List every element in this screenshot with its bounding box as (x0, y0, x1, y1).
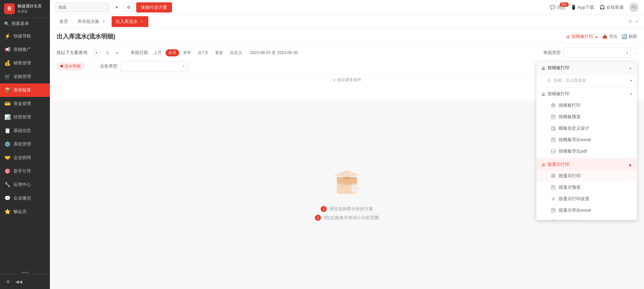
sidebar-item-sales[interactable]: 💰 销售管理 (0, 56, 50, 70)
date-tab-more[interactable]: 更多 (212, 49, 226, 56)
customer-service-button[interactable]: 🎧 在线客服 (599, 4, 624, 10)
service-label: 在线客服 (606, 4, 624, 10)
step-1-number: 1 (321, 206, 327, 212)
refresh-button[interactable]: 🔄 刷新 (622, 33, 637, 40)
filter-date-section: 单据日期 上月 本月 本年 近7天 更多 自定义 2023-06-01 至 20… (130, 49, 298, 56)
svg-text:PDF: PDF (552, 151, 556, 153)
display-print-label: 按显示打印 (559, 173, 581, 179)
filter-collapse-icon[interactable]: ≪ (115, 50, 120, 55)
display-print-action[interactable]: 按显示打印 (536, 170, 637, 182)
divider-1 (536, 87, 637, 87)
template-preview-action[interactable]: 按模板预览 (536, 111, 637, 123)
print-dropdown-panel: 🖨 按模板打印 ▲ ☰ 当前：出入库流水 ▾ 🖨 按模板打印 (536, 61, 637, 220)
messages-button[interactable]: 💬 消息 99+ (550, 4, 565, 10)
sidebar-item-wechat[interactable]: 💬 企业微信 (0, 191, 50, 205)
svg-rect-4 (342, 184, 352, 185)
date-tab-7days[interactable]: 近7天 (195, 49, 211, 56)
tab-flow-close[interactable]: × (140, 19, 144, 24)
page-title: 出入库流水(流水明细) (57, 32, 115, 41)
template-pdf-action[interactable]: PDF 按模板导出pdf (536, 146, 637, 157)
guide-icon: 🎯 (4, 168, 11, 175)
display-excel-action[interactable]: 按显示导出excel (536, 205, 637, 216)
header-dropdown-button[interactable]: ▾ (112, 3, 121, 12)
template-print-section[interactable]: 🖨 按模板打印 ▾ (536, 88, 637, 100)
app-download-button[interactable]: 📱 App下载 (571, 4, 594, 10)
sidebar-footer: ⚙ ◀◀ (0, 274, 50, 289)
svg-point-32 (553, 198, 554, 200)
template-excel-action[interactable]: 按模板导出excel (536, 134, 637, 146)
template-custom-design-action[interactable]: 模板自定义设计 (536, 123, 637, 134)
filter-tag-flow-detail[interactable]: 流水明细 (57, 62, 84, 70)
sidebar-item-corp[interactable]: 🤝 企业协同 (0, 151, 50, 164)
sidebar-collapse-button[interactable]: ◀◀ (15, 278, 23, 286)
sidebar-item-purchase[interactable]: 🛒 采购管理 (0, 70, 50, 83)
filter-add-button[interactable]: + (93, 49, 100, 56)
tab-home[interactable]: 首页 (55, 16, 72, 27)
sidebar-item-label: 企业微信 (13, 195, 31, 201)
sidebar-item-basics[interactable]: 📋 基础信息 (0, 124, 50, 137)
more-options-dots[interactable]: ··· (634, 50, 637, 55)
service-icon: 🎧 (599, 5, 605, 10)
date-tab-this-year[interactable]: 本年 (180, 49, 194, 56)
sub-print-icon (551, 103, 556, 108)
sidebar-settings-button[interactable]: ⚙ (4, 278, 12, 286)
dropdown-current-item: ☰ 当前：出入库流水 ▾ (536, 75, 637, 86)
sidebar-item-guide[interactable]: 🎯 新手引导 (0, 164, 50, 178)
tab-maximize-button[interactable]: ⤢ (635, 19, 639, 24)
sidebar-item-marketing[interactable]: 📢 营销推广 (0, 43, 50, 56)
sidebar-item-operations[interactable]: 📊 经营管理 (0, 110, 50, 124)
biz-type-select[interactable]: ▾ (120, 61, 187, 71)
display-print-section[interactable]: 🖨 按显示打印 ▲ (536, 159, 637, 170)
header-search-input[interactable] (55, 3, 109, 12)
sidebar-item-members[interactable]: ⭐ 畅会员 (0, 205, 50, 218)
dropdown-up-arrow[interactable]: ▲ (628, 66, 632, 70)
filter-settings-icon[interactable]: ⚙ (106, 50, 110, 55)
date-tab-custom[interactable]: 自定义 (227, 49, 245, 56)
sidebar-item-label: 采购管理 (13, 74, 31, 80)
sidebar-search[interactable]: 🔍 搜索菜单 (0, 18, 50, 29)
display-pdf-action[interactable]: PDF 按显示导出pdf (536, 216, 637, 220)
voucher-type-select[interactable]: ▾ (563, 48, 631, 58)
sidebar-logo-info: 畅捷通好生意 标准版 (18, 4, 42, 14)
tab-flow-label: 出入库流水 (116, 19, 138, 25)
export-icon: 📤 (602, 34, 608, 39)
tab-batch[interactable]: 库存批次账 × (74, 16, 110, 27)
sidebar-item-label: 营销推广 (13, 47, 31, 53)
sidebar-item-apps[interactable]: 🔧 应用中心 (0, 178, 50, 191)
collapse-label: 收起更多条件 (337, 77, 361, 83)
date-tab-this-month[interactable]: 本月 (166, 49, 179, 56)
tab-flow[interactable]: 出入库流水 × (112, 16, 148, 27)
display-print-settings-action[interactable]: 按显示打印设置 (536, 193, 637, 205)
date-tab-last-month[interactable]: 上月 (151, 49, 164, 56)
tab-batch-close[interactable]: × (101, 19, 106, 24)
sidebar-logo: B 畅捷通好生意 标准版 (0, 0, 50, 18)
sub-pdf-icon: PDF (551, 149, 556, 154)
sales-icon: 💰 (4, 60, 11, 67)
export-label: 导出 (609, 33, 618, 40)
export-button[interactable]: 📤 导出 (602, 33, 618, 40)
tab-close-button[interactable]: ✕ (628, 19, 632, 24)
print-template-button[interactable]: 🖨 按模板打印 ▲ (566, 33, 598, 40)
template-section-label: 按模板打印 (548, 91, 569, 97)
current-item-icon: ☰ (547, 78, 551, 83)
sidebar-item-finance[interactable]: 💳 资金管理 (0, 97, 50, 110)
sidebar-item-label: 畅会员 (13, 209, 27, 215)
biz-type-label: 业务类型 (100, 63, 117, 69)
sidebar-item-inventory[interactable]: 📦 库存核算 (0, 83, 50, 97)
empty-step-2: 2 用[过滤]条件来缩小分析范围 (315, 215, 379, 221)
dropdown-header: 🖨 按模板打印 ▲ (536, 61, 637, 75)
sidebar-item-system[interactable]: ⚙️ 系统管理 (0, 137, 50, 151)
sidebar-item-label: 快捷导航 (13, 33, 31, 39)
date-label: 单据日期 (130, 50, 148, 56)
user-avatar-button[interactable]: Rit (629, 3, 639, 12)
app-icon: 📱 (571, 5, 576, 10)
marketing-icon: 📢 (4, 46, 11, 53)
display-print-icon: 🖨 (541, 162, 546, 167)
trial-button[interactable]: 体验行业方案 (136, 2, 172, 12)
display-preview-action[interactable]: 按显示预览 (536, 182, 637, 193)
tab-batch-label: 库存批次账 (78, 19, 99, 25)
sidebar-item-quick-nav[interactable]: ⚡ 快捷导航 (0, 29, 50, 43)
template-print-action[interactable]: 按模板打印 (536, 100, 637, 111)
header-settings-button[interactable]: ⚙ (124, 3, 134, 12)
content-area: 出入库流水(流水明细) 🖨 按模板打印 ▲ 📤 导出 🔄 刷新 (50, 28, 644, 289)
